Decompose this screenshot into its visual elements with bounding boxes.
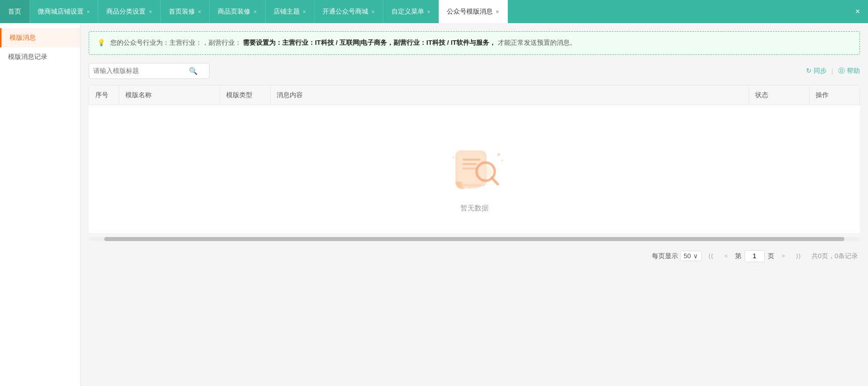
page-unit: 页 — [768, 252, 774, 261]
nav-tab-shop-theme[interactable]: 店铺主题 × — [265, 0, 314, 23]
svg-point-10 — [501, 160, 503, 162]
pagination: 每页显示 50 ∨ ⟨⟨ ＜ 第 页 ＞ ⟩⟩ 共0页，0条记录 — [89, 245, 860, 267]
close-icon[interactable]: × — [87, 9, 90, 15]
page-size-select: 每页显示 50 ∨ — [652, 251, 701, 261]
col-header-content: 消息内容 — [271, 85, 749, 105]
nav-tab-label: 微商城店铺设置 — [38, 7, 84, 16]
close-icon[interactable]: × — [427, 9, 430, 15]
page-label: 第 — [735, 252, 742, 261]
nav-tab-label: 首页装修 — [169, 7, 195, 16]
notice-box: 💡 您的公众号行业为：主营行业：，副营行业： 需要设置为：主营行业：IT科技 /… — [89, 31, 860, 55]
svg-point-7 — [479, 165, 492, 178]
search-input-wrap[interactable]: 🔍 — [89, 63, 210, 79]
nav-tab-label: 公众号模版消息 — [447, 7, 493, 16]
sync-icon: ↻ — [806, 67, 812, 74]
col-header-type: 模版类型 — [220, 85, 271, 105]
nav-tab-label: 店铺主题 — [274, 7, 300, 16]
close-all-button[interactable]: × — [847, 0, 868, 23]
page-size-dropdown[interactable]: 50 ∨ — [680, 251, 701, 261]
sidebar-item-label: 模版消息记录 — [8, 53, 47, 60]
horizontal-scrollbar[interactable] — [89, 237, 860, 241]
col-header-status: 状态 — [749, 85, 810, 105]
nav-tab-label: 自定义菜单 — [391, 7, 424, 16]
notice-highlight: 需要设置为：主营行业：IT科技 / 互联网|电子商务，副营行业：IT科技 / I… — [243, 39, 496, 46]
nav-tab-custom-menu[interactable]: 自定义菜单 × — [383, 0, 439, 23]
col-header-name: 模版名称 — [119, 85, 220, 105]
next-page-button[interactable]: ＞ — [777, 250, 789, 262]
close-icon[interactable]: × — [149, 9, 152, 15]
sidebar-item-label: 模版消息 — [10, 34, 36, 41]
close-icon[interactable]: × — [198, 9, 201, 15]
help-label: 帮助 — [847, 66, 860, 75]
prev-page-button[interactable]: ＜ — [720, 250, 732, 262]
page-size-label: 每页显示 — [652, 252, 678, 261]
help-icon: ⓪ — [838, 66, 845, 75]
search-input[interactable] — [93, 67, 189, 74]
svg-rect-4 — [462, 163, 477, 165]
notice-prefix: 您的公众号行业为：主营行业：，副营行业： — [110, 39, 241, 46]
first-page-button[interactable]: ⟨⟨ — [705, 250, 717, 262]
nav-tab-label: 开通公众号商城 — [322, 7, 368, 16]
toolbar-right: ↻ 同步 | ⓪ 帮助 — [806, 66, 860, 75]
col-header-action: 操作 — [810, 85, 860, 105]
sync-button[interactable]: ↻ 同步 — [806, 66, 827, 75]
search-icon[interactable]: 🔍 — [189, 67, 197, 75]
chevron-down-icon: ∨ — [693, 252, 698, 260]
sidebar-item-template-log[interactable]: 模版消息记录 — [0, 47, 80, 66]
nav-tab-label: 商品页装修 — [218, 7, 250, 16]
scroll-thumb[interactable] — [104, 237, 845, 241]
sync-label: 同步 — [814, 66, 827, 75]
last-page-button[interactable]: ⟩⟩ — [792, 250, 805, 262]
page-number-input[interactable] — [745, 250, 765, 262]
data-table: 序号 模版名称 模版类型 消息内容 状态 操作 — [89, 85, 860, 233]
sidebar: 模版消息 模版消息记录 — [0, 23, 81, 386]
top-nav: 首页 微商城店铺设置 × 商品分类设置 × 首页装修 × 商品页装修 × 店铺主… — [0, 0, 868, 23]
col-header-seq: 序号 — [89, 85, 119, 105]
sidebar-item-template-msg[interactable]: 模版消息 — [0, 28, 80, 47]
nav-tab-home[interactable]: 首页 — [0, 0, 30, 23]
close-icon[interactable]: × — [303, 9, 306, 15]
table-empty-row: 暂无数据 — [89, 105, 860, 233]
search-bar: 🔍 ↻ 同步 | ⓪ 帮助 — [89, 63, 860, 79]
svg-line-8 — [492, 178, 498, 184]
close-icon[interactable]: × — [371, 9, 374, 15]
close-icon[interactable]: × — [496, 9, 499, 15]
close-all-icon: × — [855, 7, 860, 16]
empty-state-illustration — [444, 135, 505, 196]
nav-tab-product-decor[interactable]: 商品页装修 × — [210, 0, 265, 23]
nav-tab-product-category[interactable]: 商品分类设置 × — [98, 0, 160, 23]
toolbar-divider: | — [832, 67, 833, 74]
notice-suffix: 才能正常发送预置的消息。 — [498, 39, 576, 46]
empty-text: 暂无数据 — [460, 204, 489, 213]
empty-state: 暂无数据 — [89, 105, 860, 233]
nav-tab-open-mall[interactable]: 开通公众号商城 × — [314, 0, 383, 23]
main-layout: 模版消息 模版消息记录 💡 您的公众号行业为：主营行业：，副营行业： 需要设置为… — [0, 23, 868, 386]
close-icon[interactable]: × — [253, 9, 256, 15]
nav-tab-shop-settings[interactable]: 微商城店铺设置 × — [30, 0, 98, 23]
table-header-row: 序号 模版名称 模版类型 消息内容 状态 操作 — [89, 85, 860, 105]
svg-point-11 — [452, 157, 454, 159]
lightbulb-icon: 💡 — [97, 39, 105, 46]
page-size-value: 50 — [684, 252, 691, 260]
svg-point-9 — [497, 153, 500, 156]
nav-tab-template-msg[interactable]: 公众号模版消息 × — [439, 0, 507, 23]
content-area: 💡 您的公众号行业为：主营行业：，副营行业： 需要设置为：主营行业：IT科技 /… — [81, 23, 868, 386]
nav-tab-label: 首页 — [8, 7, 21, 16]
nav-tab-home-decor[interactable]: 首页装修 × — [161, 0, 210, 23]
svg-rect-3 — [462, 159, 481, 161]
help-button[interactable]: ⓪ 帮助 — [838, 66, 860, 75]
page-total: 共0页，0条记录 — [812, 252, 858, 261]
nav-tab-label: 商品分类设置 — [106, 7, 146, 16]
